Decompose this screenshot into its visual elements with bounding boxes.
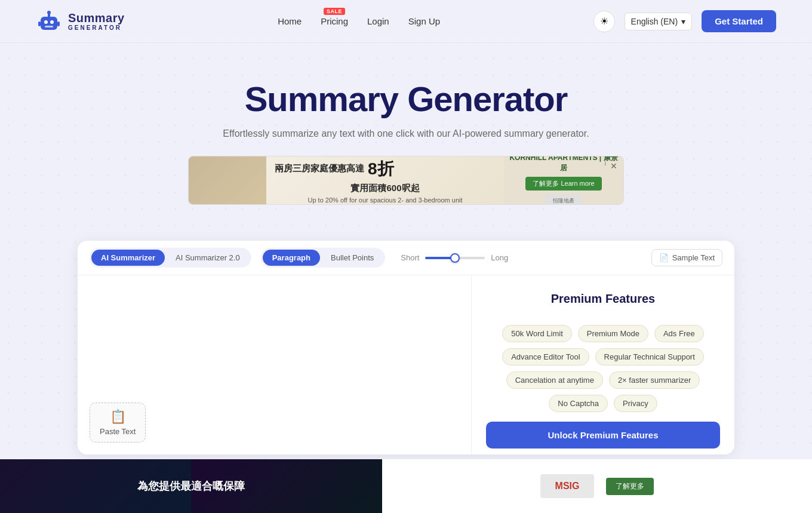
tool-container: AI Summarizer AI Summarizer 2.0 Paragrap… bbox=[78, 241, 734, 454]
hero-title: Summary Generator bbox=[12, 79, 800, 119]
hero-section: Summary Generator Effortlessly summarize… bbox=[0, 43, 812, 241]
nav-pricing[interactable]: SALE Pricing bbox=[321, 16, 348, 26]
logo-icon bbox=[36, 8, 62, 35]
tab-paragraph[interactable]: Paragraph bbox=[263, 250, 320, 266]
logo-subtitle: GENERATOR bbox=[68, 24, 125, 31]
ad-banner: 兩房三房家庭優惠高達 8折 實用面積600呎起 Up to 20% off fo… bbox=[188, 156, 624, 205]
length-long-label: Long bbox=[491, 253, 508, 262]
ad-cn-text: 兩房三房家庭優惠高達 bbox=[275, 163, 364, 174]
nav-login[interactable]: Login bbox=[367, 16, 389, 26]
feature-tag: Ads Free bbox=[654, 325, 704, 342]
ad-close-button[interactable]: ✕ bbox=[608, 160, 620, 172]
ad-info-icon: ℹ bbox=[604, 160, 607, 167]
msig-logo: MSIG bbox=[540, 474, 594, 498]
ad-banner-image bbox=[189, 156, 266, 205]
tab-ai-summarizer[interactable]: AI Summarizer bbox=[91, 250, 165, 266]
ad-discount-num: 8折 bbox=[368, 158, 394, 180]
svg-rect-6 bbox=[38, 21, 41, 26]
length-slider-area: Short Long bbox=[401, 253, 508, 262]
bottom-ad-right: MSIG 了解更多 bbox=[382, 459, 812, 513]
logo: Summary GENERATOR bbox=[36, 8, 125, 35]
length-slider[interactable] bbox=[425, 257, 485, 259]
chevron-down-icon: ▾ bbox=[681, 17, 685, 26]
ad-en-text: Up to 20% off for our spacious 2- and 3-… bbox=[275, 196, 496, 204]
feature-tag: Privacy bbox=[614, 395, 657, 412]
language-selector[interactable]: English (EN) ▾ bbox=[625, 13, 693, 30]
tool-toolbar: AI Summarizer AI Summarizer 2.0 Paragrap… bbox=[78, 241, 734, 275]
slider-thumb[interactable] bbox=[450, 253, 460, 263]
ad-banner-content: 兩房三房家庭優惠高達 8折 實用面積600呎起 Up to 20% off fo… bbox=[266, 156, 504, 205]
feature-tag: No Captcha bbox=[549, 395, 608, 412]
unlock-premium-button[interactable]: Unlock Premium Features bbox=[486, 422, 720, 449]
ad-learn-more-button[interactable]: 了解更多 Learn more bbox=[525, 177, 601, 191]
ad-kornhill-label: KORNHILL APARTMENTS | 康景居 bbox=[509, 156, 619, 173]
ad-info: ℹ bbox=[604, 160, 607, 167]
svg-rect-0 bbox=[41, 17, 57, 30]
theme-toggle-button[interactable]: ☀ bbox=[593, 11, 615, 32]
logo-text: Summary GENERATOR bbox=[68, 11, 125, 31]
ad-area-text: 實用面積600呎起 bbox=[275, 183, 496, 194]
text-input[interactable] bbox=[90, 287, 459, 397]
premium-panel: Premium Features 50k Word LimitPremium M… bbox=[472, 275, 734, 454]
bottom-ad: 為您提供最適合嘅保障 MSIG 了解更多 × bbox=[0, 459, 812, 513]
lang-label: English (EN) bbox=[631, 17, 678, 26]
paste-icon: 📋 bbox=[110, 409, 126, 425]
tab-ai-summarizer-2[interactable]: AI Summarizer 2.0 bbox=[166, 250, 250, 266]
paste-text-button[interactable]: 📋 Paste Text bbox=[90, 403, 146, 443]
document-icon: 📄 bbox=[659, 253, 669, 262]
hero-subtitle: Effortlessly summarize any text with one… bbox=[12, 128, 800, 139]
bottom-ad-close-button[interactable]: × bbox=[798, 464, 805, 477]
feature-tag: 2× faster summarizer bbox=[609, 371, 700, 389]
length-short-label: Short bbox=[401, 253, 419, 262]
bottom-ad-text: 為您提供最適合嘅保障 bbox=[137, 479, 245, 493]
text-input-area: 📋 Paste Text bbox=[78, 275, 472, 454]
sample-text-button[interactable]: 📄 Sample Text bbox=[651, 249, 722, 266]
sun-icon: ☀ bbox=[600, 16, 608, 27]
header: Summary GENERATOR Home SALE Pricing Logi… bbox=[0, 0, 812, 43]
logo-title: Summary bbox=[68, 11, 125, 24]
header-right: ☀ English (EN) ▾ Get Started bbox=[593, 10, 776, 32]
svg-point-5 bbox=[47, 11, 51, 14]
feature-tag: Advance Editor Tool bbox=[502, 348, 589, 365]
svg-rect-1 bbox=[44, 20, 48, 24]
bottom-ad-image: 為您提供最適合嘅保障 bbox=[0, 459, 382, 513]
sale-badge: SALE bbox=[324, 8, 345, 15]
nav: Home SALE Pricing Login Sign Up bbox=[278, 16, 440, 26]
svg-rect-3 bbox=[45, 26, 53, 27]
feature-tag: Regular Technical Support bbox=[595, 348, 704, 365]
feature-tag: Premium Mode bbox=[578, 325, 648, 342]
format-tab-group: Paragraph Bullet Points bbox=[261, 248, 386, 268]
get-started-button[interactable]: Get Started bbox=[702, 10, 776, 32]
svg-rect-2 bbox=[50, 20, 54, 24]
nav-home[interactable]: Home bbox=[278, 16, 302, 26]
bottom-ad-learn-button[interactable]: 了解更多 bbox=[606, 478, 654, 495]
tool-body: 📋 Paste Text Premium Features 50k Word L… bbox=[78, 275, 734, 454]
sample-text-label: Sample Text bbox=[672, 253, 715, 262]
paste-text-label: Paste Text bbox=[100, 427, 136, 436]
nav-signup[interactable]: Sign Up bbox=[408, 16, 440, 26]
feature-tag: 50k Word Limit bbox=[502, 325, 571, 342]
summarizer-tab-group: AI Summarizer AI Summarizer 2.0 bbox=[90, 248, 251, 268]
feature-tags: 50k Word LimitPremium ModeAds FreeAdvanc… bbox=[486, 325, 720, 412]
premium-title: Premium Features bbox=[486, 292, 720, 306]
feature-tag: Cancelation at anytime bbox=[506, 371, 603, 389]
svg-rect-7 bbox=[57, 21, 60, 26]
ad-logo-img: 恒隆地產 bbox=[546, 194, 582, 205]
tab-bullet-points[interactable]: Bullet Points bbox=[321, 250, 383, 266]
